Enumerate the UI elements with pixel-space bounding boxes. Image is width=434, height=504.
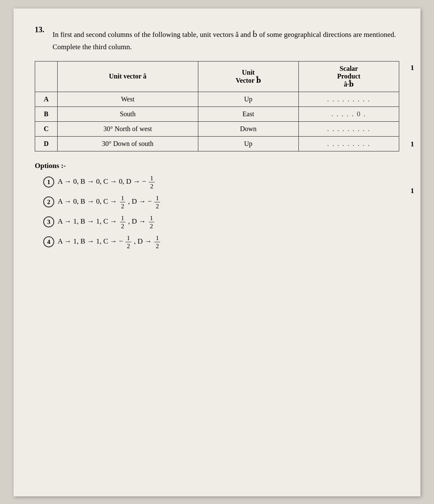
margin-number-2: 1: [411, 140, 415, 148]
question-text: In first and second columns of the follo…: [53, 25, 399, 53]
answer-d: . . . . . . . . .: [327, 140, 370, 147]
option-1-number[interactable]: 1: [43, 176, 54, 188]
answer-a: . . . . . . . . .: [327, 95, 370, 103]
table-row: A West Up . . . . . . . . .: [35, 92, 399, 106]
header-unit-b: UnitVector b̂: [198, 61, 298, 92]
frac-4b-num: 1: [154, 234, 160, 242]
header-unit-a: Unit vector â: [57, 61, 198, 92]
margin-number-3: 1: [411, 187, 415, 195]
row-a-col3: . . . . . . . . .: [298, 92, 399, 106]
fraction-3b: 1 2: [149, 214, 155, 230]
row-c-col2: Down: [198, 121, 298, 136]
header-scalar: ScalarProductâ·b̂: [298, 61, 399, 92]
answer-b: . . . . . 0 .: [331, 110, 366, 118]
row-b-col1: South: [57, 106, 198, 121]
row-label-a: A: [35, 92, 58, 106]
fraction-1: 1 2: [149, 174, 155, 190]
row-label-d: D: [35, 136, 58, 151]
frac-2b-num: 1: [154, 194, 160, 202]
vector-a-hat: â: [236, 25, 239, 41]
fraction-2a: 1 2: [120, 194, 126, 210]
option-3-text: A → 1, B → 1, C → 1 2 , D → 1 2: [58, 214, 155, 230]
option-3-number[interactable]: 3: [43, 216, 54, 227]
page: 1 1 1 13. In first and second columns of…: [14, 8, 420, 496]
vector-b-hat: b̂: [253, 25, 257, 41]
table-header-row: Unit vector â UnitVector b̂ ScalarProduc…: [35, 61, 399, 92]
frac-2a-num: 1: [120, 194, 126, 202]
row-d-col1: 30° Down of south: [57, 136, 198, 151]
frac-1-den: 2: [149, 182, 155, 190]
table-container: Unit vector â UnitVector b̂ ScalarProduc…: [35, 61, 399, 151]
frac-4a-den: 2: [125, 242, 131, 250]
row-c-col3: . . . . . . . . .: [298, 121, 399, 136]
table-row: C 30° North of west Down . . . . . . . .…: [35, 121, 399, 136]
fraction-3a: 1 2: [120, 214, 126, 230]
answer-c: . . . . . . . . .: [327, 125, 370, 132]
option-2-number[interactable]: 2: [43, 196, 54, 207]
frac-3b-den: 2: [149, 222, 155, 230]
frac-2b-den: 2: [154, 202, 160, 210]
row-label-b: B: [35, 106, 58, 121]
question-block: 13. In first and second columns of the f…: [35, 25, 399, 53]
frac-3b-num: 1: [149, 214, 155, 222]
data-table: Unit vector â UnitVector b̂ ScalarProduc…: [35, 61, 399, 151]
frac-1-num: 1: [149, 174, 155, 182]
options-label: Options :-: [35, 162, 399, 170]
row-d-col3: . . . . . . . . .: [298, 136, 399, 151]
row-label-c: C: [35, 121, 58, 136]
row-d-col2: Up: [198, 136, 298, 151]
question-number: 13.: [35, 25, 47, 34]
row-a-col2: Up: [198, 92, 298, 106]
row-a-col1: West: [57, 92, 198, 106]
row-b-col2: East: [198, 106, 298, 121]
option-3[interactable]: 3 A → 1, B → 1, C → 1 2 , D → 1 2: [43, 214, 399, 230]
frac-2a-den: 2: [120, 202, 126, 210]
table-row: B South East . . . . . 0 .: [35, 106, 399, 121]
frac-3a-num: 1: [120, 214, 126, 222]
margin-number-1: 1: [411, 64, 415, 72]
option-2-text: A → 0, B → 0, C → 1 2 , D → − 1 2: [58, 194, 161, 210]
option-2[interactable]: 2 A → 0, B → 0, C → 1 2 , D → − 1 2: [43, 194, 399, 210]
frac-4b-den: 2: [154, 242, 160, 250]
option-4-text: A → 1, B → 1, C → − 1 2 , D → 1 2: [58, 234, 161, 250]
row-b-col3: . . . . . 0 .: [298, 106, 399, 121]
option-1-text: A → 0, B → 0, C → 0, D → − 1 2: [58, 174, 156, 190]
frac-3a-den: 2: [120, 222, 126, 230]
fraction-4b: 1 2: [154, 234, 160, 250]
table-row: D 30° Down of south Up . . . . . . . . .: [35, 136, 399, 151]
header-row-label: [35, 61, 58, 92]
option-1[interactable]: 1 A → 0, B → 0, C → 0, D → − 1 2: [43, 174, 399, 190]
option-4[interactable]: 4 A → 1, B → 1, C → − 1 2 , D → 1 2: [43, 234, 399, 250]
option-4-number[interactable]: 4: [43, 236, 54, 247]
fraction-2b: 1 2: [154, 194, 160, 210]
row-c-col1: 30° North of west: [57, 121, 198, 136]
frac-4a-num: 1: [125, 234, 131, 242]
fraction-4a: 1 2: [125, 234, 131, 250]
